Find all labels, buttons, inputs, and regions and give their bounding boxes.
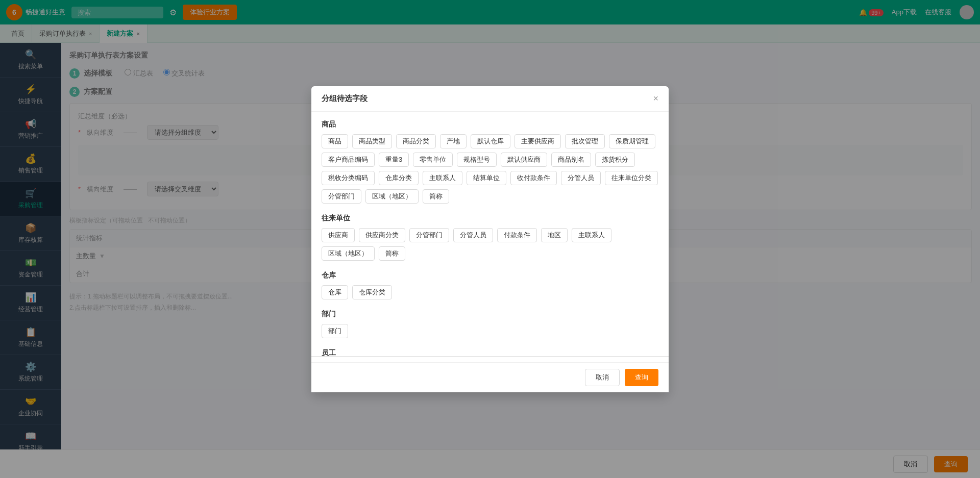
field-tags-2: 仓库仓库分类 (322, 285, 658, 299)
field-tag-0-22[interactable]: 分管部门 (322, 189, 361, 204)
field-tag-0-1[interactable]: 商品类型 (352, 134, 392, 148)
field-tag-1-0[interactable]: 供应商 (322, 228, 355, 242)
field-tag-0-7[interactable]: 保质期管理 (609, 134, 655, 148)
field-tag-1-8[interactable]: 简称 (379, 246, 405, 261)
field-tag-2-0[interactable]: 仓库 (322, 285, 348, 299)
field-tag-1-2[interactable]: 分管部门 (409, 228, 449, 242)
field-tag-0-9[interactable]: 重量3 (379, 153, 409, 167)
group-title-3: 部门 (322, 310, 658, 319)
field-tag-0-16[interactable]: 仓库分类 (379, 171, 419, 185)
group-title-0: 商品 (322, 120, 658, 129)
group-title-4: 员工 (322, 348, 658, 356)
field-tags-3: 部门 (322, 324, 658, 338)
field-tag-1-4[interactable]: 付款条件 (497, 228, 537, 242)
modal-confirm-button[interactable]: 查询 (625, 369, 658, 386)
field-group-2: 仓库仓库仓库分类 (322, 271, 658, 299)
group-title-2: 仓库 (322, 271, 658, 280)
field-tag-0-15[interactable]: 税收分类编码 (322, 171, 375, 185)
field-tags-1: 供应商供应商分类分管部门分管人员付款条件地区主联系人区域（地区）简称 (322, 228, 658, 261)
field-group-3: 部门部门 (322, 310, 658, 338)
field-tag-0-14[interactable]: 拣货积分 (595, 153, 635, 167)
modal-body[interactable]: 商品商品商品类型商品分类产地默认仓库主要供应商批次管理保质期管理客户商品编码重量… (311, 112, 669, 356)
modal-horizontal-scrollbar[interactable] (311, 356, 669, 362)
modal-close-button[interactable]: × (653, 93, 658, 104)
field-tag-0-18[interactable]: 结算单位 (467, 171, 506, 185)
field-tag-1-7[interactable]: 区域（地区） (322, 246, 375, 261)
modal-overlay[interactable]: 分组待选字段 × 商品商品商品类型商品分类产地默认仓库主要供应商批次管理保质期管… (0, 0, 980, 478)
modal-cancel-button[interactable]: 取消 (585, 369, 620, 386)
field-group-4: 员工业务员 (322, 348, 658, 356)
field-tag-0-10[interactable]: 零售单位 (413, 153, 453, 167)
field-tag-1-3[interactable]: 分管人员 (453, 228, 493, 242)
field-select-modal: 分组待选字段 × 商品商品商品类型商品分类产地默认仓库主要供应商批次管理保质期管… (311, 86, 669, 392)
field-tag-0-4[interactable]: 默认仓库 (471, 134, 510, 148)
field-tag-1-6[interactable]: 主联系人 (572, 228, 611, 242)
field-tag-0-24[interactable]: 简称 (423, 189, 449, 204)
modal-header: 分组待选字段 × (311, 86, 669, 112)
field-tag-0-20[interactable]: 分管人员 (561, 171, 601, 185)
field-tag-0-17[interactable]: 主联系人 (423, 171, 462, 185)
field-tag-0-2[interactable]: 商品分类 (396, 134, 436, 148)
field-tag-0-12[interactable]: 默认供应商 (501, 153, 547, 167)
field-tag-0-5[interactable]: 主要供应商 (514, 134, 561, 148)
field-tag-1-5[interactable]: 地区 (541, 228, 568, 242)
field-tag-0-13[interactable]: 商品别名 (551, 153, 591, 167)
field-tag-0-19[interactable]: 收付款条件 (510, 171, 557, 185)
field-tag-0-11[interactable]: 规格型号 (457, 153, 497, 167)
group-title-1: 往来单位 (322, 214, 658, 223)
field-tag-1-1[interactable]: 供应商分类 (359, 228, 405, 242)
modal-title: 分组待选字段 (322, 94, 368, 104)
field-tag-0-6[interactable]: 批次管理 (565, 134, 605, 148)
field-tag-0-23[interactable]: 区域（地区） (365, 189, 419, 204)
field-tags-0: 商品商品类型商品分类产地默认仓库主要供应商批次管理保质期管理客户商品编码重量3零… (322, 134, 658, 204)
field-tag-3-0[interactable]: 部门 (322, 324, 348, 338)
modal-footer: 取消 查询 (311, 362, 669, 392)
field-tag-0-3[interactable]: 产地 (440, 134, 467, 148)
field-tag-0-8[interactable]: 客户商品编码 (322, 153, 375, 167)
field-tag-0-21[interactable]: 往来单位分类 (605, 171, 658, 185)
field-tag-2-1[interactable]: 仓库分类 (352, 285, 392, 299)
field-tag-0-0[interactable]: 商品 (322, 134, 348, 148)
field-group-1: 往来单位供应商供应商分类分管部门分管人员付款条件地区主联系人区域（地区）简称 (322, 214, 658, 261)
field-group-0: 商品商品商品类型商品分类产地默认仓库主要供应商批次管理保质期管理客户商品编码重量… (322, 120, 658, 204)
